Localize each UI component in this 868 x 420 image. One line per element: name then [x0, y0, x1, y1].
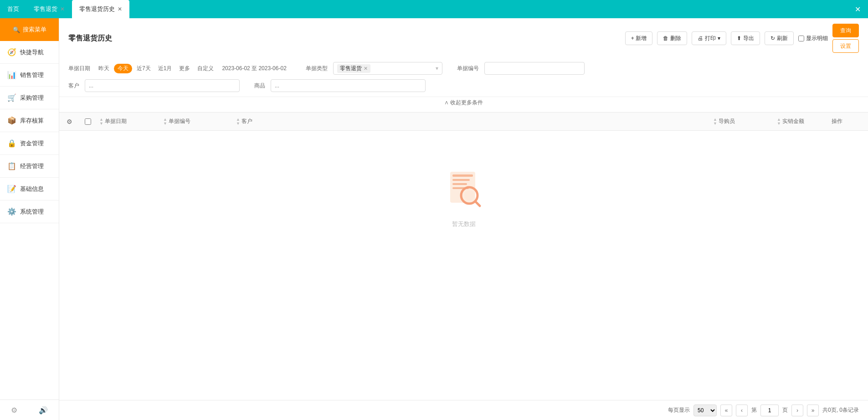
refresh-icon: ↻ [770, 35, 775, 41]
bill-type-select-arrow: ▾ [436, 65, 438, 72]
filter-area: 单据日期 昨天 今天 近7天 近1月 更多 自定义 2023-06-02 至 2… [68, 58, 859, 112]
th-customer-label: 客户 [241, 118, 252, 125]
bill-type-tag: 零售退货 ✕ [337, 64, 370, 73]
date-filter-label: 单据日期 [68, 65, 90, 72]
window-close-button[interactable]: ✕ [855, 5, 868, 14]
sales-icon: 📊 [7, 71, 16, 79]
date-yesterday-btn[interactable]: 昨天 [96, 64, 112, 73]
collapse-filter-label: ∧ 收起更多条件 [444, 99, 483, 107]
date-7days-btn[interactable]: 近7天 [134, 64, 154, 73]
date-more-btn[interactable]: 更多 [176, 64, 193, 73]
query-button[interactable]: 查询 [832, 24, 859, 37]
page-number-input[interactable]: 1 [760, 405, 779, 416]
total-records-label: 共0页, 0条记录 [822, 406, 859, 414]
export-button[interactable]: ⬆ 导出 [731, 31, 760, 45]
tab-retail-return-label: 零售退货 [34, 5, 57, 13]
tab-home[interactable]: 首页 [0, 0, 26, 18]
delete-label: 删除 [670, 35, 681, 42]
sidebar-item-finance[interactable]: 🔒 资金管理 [0, 132, 59, 155]
date-custom-btn[interactable]: 自定义 [195, 64, 216, 73]
th-ops-label: 操作 [832, 118, 842, 125]
svg-rect-1 [452, 174, 473, 177]
print-button[interactable]: 🖨 打印 ▾ [692, 31, 726, 45]
sidebar-item-quick-nav-label: 快捷导航 [20, 48, 44, 56]
th-amount-label: 实销金额 [782, 118, 804, 125]
sidebar-item-quick-nav[interactable]: 🧭 快捷导航 [0, 41, 59, 64]
th-billno-label: 单据编号 [169, 118, 190, 125]
sidebar-item-purchase[interactable]: 🛒 采购管理 [0, 87, 59, 109]
inventory-icon: 📦 [7, 116, 16, 125]
customer-input[interactable] [85, 79, 240, 92]
date-1month-btn[interactable]: 近1月 [155, 64, 175, 73]
quick-nav-icon: 🧭 [7, 48, 16, 56]
sidebar-item-system-label: 系统管理 [20, 208, 44, 216]
date-today-btn[interactable]: 今天 [114, 64, 132, 73]
sidebar-item-operation[interactable]: 📋 经营管理 [0, 155, 59, 178]
audio-bottom-icon[interactable]: 🔊 [39, 406, 48, 415]
collapse-filter-btn[interactable]: ∧ 收起更多条件 [59, 97, 868, 108]
sidebar-item-system[interactable]: ⚙️ 系统管理 [0, 200, 59, 223]
sidebar-item-sales-label: 销售管理 [20, 71, 44, 79]
sidebar-item-purchase-label: 采购管理 [20, 94, 44, 102]
th-guide-label: 导购员 [719, 118, 735, 125]
th-check [81, 118, 96, 125]
select-all-checkbox[interactable] [85, 118, 91, 125]
finance-icon: 🔒 [7, 139, 16, 148]
settings-bottom-icon[interactable]: ⚙ [11, 406, 17, 415]
last-page-button[interactable]: » [807, 405, 819, 416]
svg-line-7 [475, 201, 480, 206]
tab-retail-return-history-close[interactable]: ✕ [118, 6, 122, 12]
sidebar-item-inventory-label: 库存核算 [20, 117, 44, 125]
th-setting: ⚙ [63, 118, 81, 125]
sidebar: 🔍 搜索菜单 🧭 快捷导航 📊 销售管理 🛒 采购管理 📦 库存核算 🔒 [0, 18, 59, 420]
sidebar-item-basic-info[interactable]: 📝 基础信息 [0, 178, 59, 200]
date-range-display: 2023-06-02 至 2023-06-02 [222, 65, 286, 72]
svg-rect-3 [452, 183, 467, 185]
system-icon: ⚙️ [7, 207, 16, 216]
th-amount[interactable]: ▲▼ 实销金额 [773, 118, 828, 126]
show-detail-checkbox-label[interactable]: 显示明细 [798, 35, 828, 42]
th-date[interactable]: ▲▼ 单据日期 [96, 118, 159, 126]
bill-no-input[interactable] [484, 62, 585, 75]
delete-button[interactable]: 🗑 删除 [657, 31, 687, 45]
setting-button[interactable]: 设置 [832, 39, 859, 53]
first-page-button[interactable]: « [720, 405, 732, 416]
page-suffix-label: 页 [782, 406, 788, 414]
next-page-button[interactable]: › [791, 405, 803, 416]
bill-type-tag-close[interactable]: ✕ [364, 66, 368, 72]
guide-sort-icon: ▲▼ [713, 118, 717, 126]
tab-retail-return[interactable]: 零售退货 ✕ [26, 0, 72, 18]
bill-type-label: 单据类型 [306, 65, 328, 72]
svg-rect-2 [452, 179, 470, 181]
show-detail-checkbox[interactable] [798, 36, 804, 41]
per-page-select[interactable]: 50 10 20 100 [693, 405, 717, 416]
tab-retail-return-close[interactable]: ✕ [60, 6, 65, 12]
page-title: 零售退货历史 [68, 34, 112, 43]
print-dropdown-icon: ▾ [718, 35, 720, 41]
tab-retail-return-history[interactable]: 零售退货历史 ✕ [72, 0, 129, 18]
per-page-label: 每页显示 [668, 406, 690, 414]
tab-retail-return-history-label: 零售退货历史 [79, 5, 115, 13]
bill-type-select[interactable]: 零售退货 ✕ ▾ [333, 62, 442, 75]
sidebar-search[interactable]: 🔍 搜索菜单 [0, 18, 59, 41]
new-button[interactable]: + 新增 [625, 31, 652, 45]
prev-page-button[interactable]: ‹ [736, 405, 748, 416]
goods-input[interactable] [271, 79, 426, 92]
filter-row-2: 客户 商品 [68, 79, 859, 92]
empty-state: 暂无数据 [59, 131, 868, 265]
sidebar-item-inventory[interactable]: 📦 库存核算 [0, 109, 59, 132]
bill-no-label: 单据编号 [457, 65, 479, 72]
refresh-button[interactable]: ↻ 刷新 [765, 31, 794, 45]
operation-icon: 📋 [7, 162, 16, 170]
filter-row-1: 单据日期 昨天 今天 近7天 近1月 更多 自定义 2023-06-02 至 2… [68, 62, 859, 75]
sidebar-item-sales[interactable]: 📊 销售管理 [0, 64, 59, 87]
th-customer[interactable]: ▲▼ 客户 [232, 118, 709, 126]
table-header: ⚙ ▲▼ 单据日期 ▲▼ 单据编号 ▲▼ 客户 ▲▼ [59, 113, 868, 131]
th-guide[interactable]: ▲▼ 导购员 [709, 118, 773, 126]
svg-point-6 [464, 190, 474, 200]
refresh-label: 刷新 [777, 35, 788, 42]
table-setting-gear[interactable]: ⚙ [67, 118, 72, 125]
billno-sort-icon: ▲▼ [163, 118, 167, 126]
table-container: ⚙ ▲▼ 单据日期 ▲▼ 单据编号 ▲▼ 客户 ▲▼ [59, 113, 868, 400]
th-billno[interactable]: ▲▼ 单据编号 [159, 118, 232, 126]
